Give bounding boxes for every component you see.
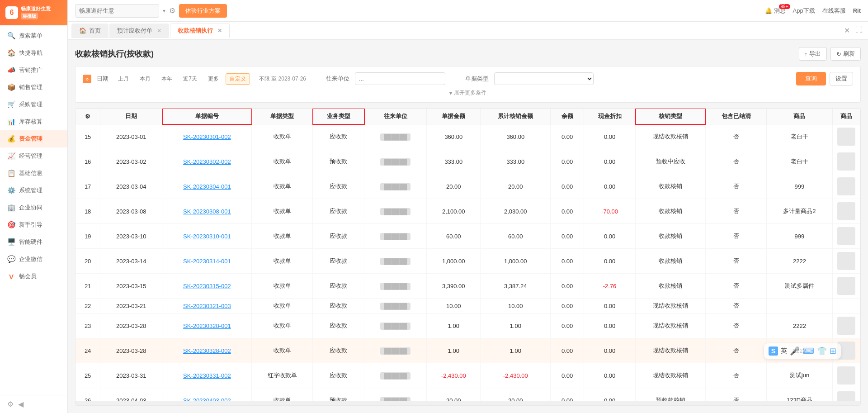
doc-no-link[interactable]: SK-20230310-001 — [183, 233, 231, 240]
query-button[interactable]: 查询 — [796, 72, 826, 85]
doc-no-link[interactable]: SK-20230302-002 — [183, 158, 231, 165]
cell-include-settled: 否 — [706, 199, 767, 224]
doc-no-link[interactable]: SK-20230314-001 — [183, 258, 231, 265]
table-body: 15 2023-03-01 SK-20230301-002 收款单 应收款 ██… — [75, 124, 860, 401]
watermark-shirt[interactable]: 👕 — [817, 346, 827, 356]
counterpart-input[interactable] — [355, 72, 445, 85]
refresh-icon: ↻ — [836, 51, 841, 57]
doc-no-link[interactable]: SK-20230301-002 — [183, 133, 231, 140]
sidebar-item-search[interactable]: 🔍 搜索菜单 — [0, 27, 67, 44]
cell-balance: 0.00 — [551, 149, 584, 174]
sidebar-item-label: 资金管理 — [19, 135, 42, 143]
doc-no-link[interactable]: SK-20230328-002 — [183, 347, 231, 354]
voucher-type-select[interactable] — [494, 72, 594, 85]
sidebar-item-inventory[interactable]: 📊 库存核算 — [0, 113, 67, 130]
cell-counterpart: ██████ — [364, 199, 427, 224]
date-btn-this-year[interactable]: 本年 — [157, 73, 176, 85]
date-btn-7days[interactable]: 近7天 — [179, 73, 201, 85]
sidebar-item-label: 搜索菜单 — [19, 32, 42, 40]
message-icon[interactable]: 🔔 消息 99+ — [765, 7, 786, 15]
setting-button[interactable]: 设置 — [830, 72, 853, 85]
solution-button[interactable]: 体验行业方案 — [179, 4, 227, 18]
sidebar-item-finance[interactable]: 💰 资金管理 — [0, 130, 67, 147]
cell-amount: 20.00 — [427, 388, 481, 401]
sidebar-item-label: 快捷导航 — [19, 49, 42, 57]
watermark-mic[interactable]: 🎤 — [790, 346, 800, 356]
sidebar-item-label: 营销推广 — [19, 66, 42, 74]
sidebar-item-sales[interactable]: 📦 销售管理 — [0, 79, 67, 96]
settings-icon[interactable]: ⚙ — [7, 400, 14, 408]
cell-index: 20 — [75, 249, 100, 274]
cell-goods2 — [833, 313, 860, 338]
doc-no-link[interactable]: SK-20230315-002 — [183, 283, 231, 290]
refresh-button[interactable]: ↻ 刷新 — [830, 47, 861, 61]
app-download-link[interactable]: App下载 — [793, 7, 815, 15]
tab-home[interactable]: 🏠 首页 — [71, 24, 108, 38]
online-service-link[interactable]: 在线客服 — [822, 7, 846, 15]
doc-no-link[interactable]: SK-20230321-003 — [183, 303, 231, 309]
cell-biz-type: 应收款 — [313, 124, 364, 149]
th-doc-type: 单据类型 — [252, 109, 313, 124]
export-icon: ↑ — [805, 51, 808, 57]
tab-prepay[interactable]: 预计应收付单 ✕ — [109, 24, 169, 38]
sidebar-item-system[interactable]: ⚙️ 系统管理 — [0, 182, 67, 199]
cell-doc-no: SK-20230315-002 — [162, 274, 252, 299]
sidebar-item-corp[interactable]: 🏢 企业协同 — [0, 199, 67, 216]
table-row: 22 2023-03-21 SK-20230321-003 收款单 应收款 ██… — [75, 299, 860, 313]
watermark-overlay: S 英 🎤 ⌨ 👕 ⊞ — [764, 343, 841, 359]
sidebar-item-operation[interactable]: 📈 经营管理 — [0, 147, 67, 165]
cell-biz-type: 应收款 — [313, 338, 364, 363]
sidebar-item-vip[interactable]: V 畅会员 — [0, 268, 67, 285]
watermark-apps[interactable]: ⊞ — [830, 346, 836, 356]
doc-no-link[interactable]: SK-20230328-001 — [183, 323, 231, 329]
filter-collapse-btn[interactable]: » — [83, 75, 91, 83]
sidebar-item-guide[interactable]: 🎯 新手引导 — [0, 216, 67, 233]
cell-biz-type: 应收款 — [313, 274, 364, 299]
user-name[interactable]: Rit — [853, 7, 861, 14]
topbar-search-input[interactable] — [75, 4, 159, 18]
topbar-dropdown-arrow[interactable]: ▾ — [163, 8, 165, 14]
export-button[interactable]: ↑ 导出 — [799, 47, 827, 61]
watermark-keyboard[interactable]: ⌨ — [802, 346, 814, 356]
tab-close-all-icon[interactable]: ✕ — [842, 24, 852, 37]
scrollbar[interactable] — [75, 401, 860, 405]
date-btn-this-month[interactable]: 本月 — [136, 73, 155, 85]
page-title: 收款核销执行(按收款) — [75, 48, 154, 59]
tab-close-prepay[interactable]: ✕ — [157, 28, 161, 34]
doc-no-link[interactable]: SK-20230308-001 — [183, 208, 231, 215]
sidebar-item-basic[interactable]: 📋 基础信息 — [0, 165, 67, 182]
cell-goods2 — [833, 174, 860, 199]
doc-no-link[interactable]: SK-20230331-002 — [183, 372, 231, 379]
date-btn-custom[interactable]: 自定义 — [226, 73, 250, 85]
doc-no-link[interactable]: SK-20230403-002 — [183, 397, 231, 401]
tab-expand-icon[interactable]: ⛶ — [854, 24, 864, 37]
table-row: 25 2023-03-31 SK-20230331-002 红字收款单 应收款 … — [75, 363, 860, 388]
sidebar-item-quick[interactable]: 🏠 快捷导航 — [0, 44, 67, 62]
sidebar-item-marketing[interactable]: 📣 营销推广 — [0, 62, 67, 79]
tab-close-receipt[interactable]: ✕ — [217, 28, 222, 34]
date-btn-more[interactable]: 更多 — [204, 73, 223, 85]
date-btn-last-month[interactable]: 上月 — [114, 73, 133, 85]
cell-doc-type: 收款单 — [252, 149, 313, 174]
sidebar-item-hardware[interactable]: 🖥️ 智能硬件 — [0, 233, 67, 251]
cell-date: 2023-04-03 — [100, 388, 162, 401]
sidebar-item-wechat[interactable]: 💬 企业微信 — [0, 251, 67, 268]
expand-button[interactable]: ▾ 展开更多条件 — [449, 89, 486, 97]
sidebar-item-label: 基础信息 — [19, 169, 42, 177]
cell-goods: 123D商品 — [766, 388, 832, 401]
cell-doc-type: 收款单 — [252, 224, 313, 249]
doc-no-link[interactable]: SK-20230304-001 — [183, 183, 231, 190]
topbar-gear-icon[interactable]: ⚙ — [169, 6, 175, 15]
sidebar-item-purchase[interactable]: 🛒 采购管理 — [0, 96, 67, 113]
table-scroll[interactable]: ⚙ 日期 单据编号 单据类型 业务类型 往来单位 单据金额 累计核销金额 余额 … — [75, 109, 860, 401]
message-badge: 99+ — [779, 4, 790, 9]
sales-icon: 📦 — [7, 83, 15, 91]
sidebar-menu: 🔍 搜索菜单 🏠 快捷导航 📣 营销推广 📦 销售管理 🛒 采购管理 📊 库存核… — [0, 25, 67, 395]
cell-index: 23 — [75, 313, 100, 338]
tab-receipt[interactable]: 收款核销执行 ✕ — [170, 24, 230, 38]
cell-amount: 3,390.00 — [427, 274, 481, 299]
th-include-settled: 包含已结清 — [706, 109, 767, 124]
table-row: 23 2023-03-28 SK-20230328-001 收款单 应收款 ██… — [75, 313, 860, 338]
filter-area: » 日期 上月 本月 本年 近7天 更多 自定义 不限 至 2023-07-26… — [75, 66, 861, 103]
collapse-icon[interactable]: ◀ — [18, 400, 24, 408]
